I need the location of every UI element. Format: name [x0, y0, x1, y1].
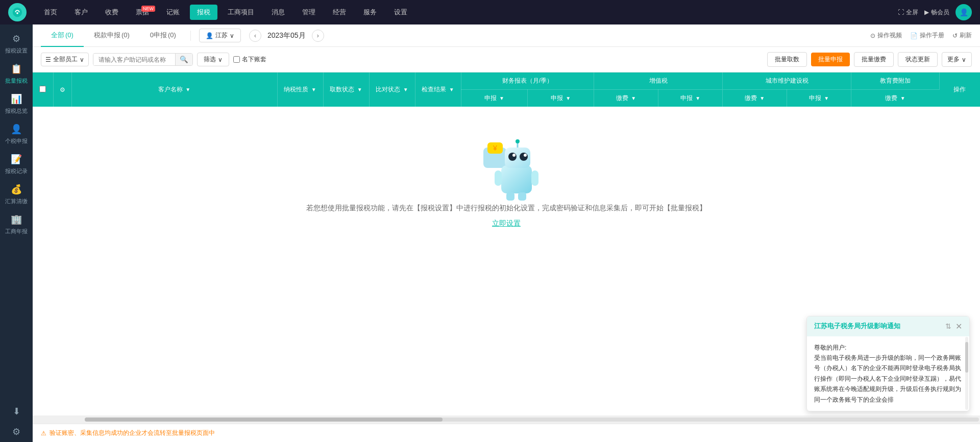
fullscreen-btn[interactable]: ⛶ 全屏 [898, 8, 918, 17]
operation-video-link[interactable]: ⊙ 操作视频 [870, 31, 902, 40]
settlement-icon: 💰 [10, 183, 22, 195]
status-update-btn[interactable]: 状态更新 [898, 52, 938, 67]
notification-header: 江苏电子税务局升级影响通知 ⇅ ✕ [807, 316, 969, 336]
batch-fetch-btn[interactable]: 批量取数 [767, 52, 807, 67]
nav-manage[interactable]: 管理 [295, 5, 323, 20]
nav-accounting[interactable]: 记账 [159, 5, 187, 20]
filter-icon[interactable]: ▼ [824, 95, 829, 101]
horizontal-scrollbar[interactable] [33, 415, 980, 424]
svg-rect-13 [495, 170, 502, 186]
notification-scroll-track[interactable] [965, 337, 968, 410]
account-checkbox[interactable] [233, 56, 240, 63]
toolbar: ☰ 全部员工 ∨ 🔍 筛选 ∨ 名下账套 批量取数 批量申报 批 [33, 47, 980, 72]
fullscreen-icon: ⛶ [898, 9, 904, 16]
nav-invoice[interactable]: 票据 NEW [129, 5, 156, 20]
personal-tax-icon: 👤 [10, 123, 22, 135]
tab-all[interactable]: 全部 (0) [41, 24, 84, 47]
prev-month-btn[interactable]: ‹ [249, 30, 261, 42]
tab-right-actions: ⊙ 操作视频 📄 操作手册 ↺ 刷新 [870, 31, 972, 40]
chevron-down-icon: ∨ [230, 32, 234, 39]
nav-operation[interactable]: 经营 [326, 5, 353, 20]
filter-icon[interactable]: ▼ [357, 87, 362, 92]
batch-pay-btn[interactable]: 批量缴费 [854, 52, 894, 67]
filter-icon[interactable]: ▼ [695, 95, 700, 101]
app-logo[interactable] [8, 3, 27, 21]
filter-icon[interactable]: ▼ [449, 87, 454, 92]
search-input[interactable] [93, 54, 175, 65]
search-box: 🔍 [93, 53, 193, 66]
tax-overview-icon: 📊 [10, 93, 22, 105]
tab-zero-declaration[interactable]: 0申报 (0) [140, 24, 186, 47]
th-vat-declare: 申报 ▼ [527, 90, 594, 107]
svg-point-8 [520, 153, 528, 161]
next-month-btn[interactable]: › [312, 30, 324, 42]
list-icon: ☰ [45, 56, 51, 63]
filter-icon[interactable]: ▼ [631, 95, 636, 101]
account-checkbox-label[interactable]: 名下账套 [233, 55, 266, 64]
sidebar-item-annual-report[interactable]: 🏢 工商年报 [1, 209, 32, 239]
more-btn[interactable]: 更多 ∨ [942, 52, 972, 67]
svg-point-10 [524, 154, 527, 157]
filter-icon[interactable]: ▼ [499, 95, 504, 101]
employee-selector[interactable]: ☰ 全部员工 ∨ [41, 53, 89, 66]
region-selector[interactable]: 👤 江苏 ∨ [199, 29, 241, 42]
sidebar-item-tax-settings[interactable]: ⚙ 报税设置 [1, 29, 32, 59]
th-vat-pay: 缴费 ▼ [594, 90, 658, 107]
filter-icon[interactable]: ▼ [185, 87, 190, 92]
nav-home[interactable]: 首页 [37, 5, 64, 20]
setup-link[interactable]: 立即设置 [492, 219, 521, 228]
settings-icon[interactable]: ⚙ [60, 86, 65, 93]
notification-close-btn[interactable]: ✕ [955, 322, 962, 331]
search-button[interactable]: 🔍 [175, 54, 192, 65]
sidebar-item-tax-records[interactable]: 📝 报税记录 [1, 149, 32, 179]
th-city-pay: 缴费 ▼ [723, 90, 787, 107]
nav-settings[interactable]: 设置 [387, 5, 414, 20]
sidebar-item-settlement[interactable]: 💰 汇算清缴 [1, 179, 32, 209]
notification-content: 受当前电子税务局进一步升级的影响，同一个政务网账号（办税人）名下的企业不能再同时… [814, 353, 962, 405]
sidebar-item-download[interactable]: ⬇ [1, 401, 32, 422]
notification-greeting: 尊敬的用户: [814, 342, 962, 353]
sidebar-item-tax-overview[interactable]: 📊 报税总览 [1, 89, 32, 119]
nav-service[interactable]: 服务 [356, 5, 384, 20]
th-check-result: 检查结果 ▼ [415, 72, 461, 107]
scroll-track[interactable] [85, 418, 979, 422]
svg-rect-14 [531, 170, 538, 186]
svg-rect-15 [506, 192, 514, 201]
operation-manual-link[interactable]: 📄 操作手册 [910, 31, 944, 40]
nav-customer[interactable]: 客户 [67, 5, 95, 20]
filter-icon[interactable]: ▼ [760, 95, 765, 101]
nav-tax[interactable]: 报税 [190, 5, 217, 20]
vip-icon: ▶ [924, 9, 929, 16]
download-icon: ⬇ [10, 405, 22, 418]
th-city-declare: 申报 ▼ [658, 90, 723, 107]
notification-scroll-thumb[interactable] [965, 342, 968, 373]
svg-point-12 [516, 139, 520, 143]
bottom-bar-text: 验证账密、采集信息均成功的企业才会流转至批量报税页面中 [50, 429, 215, 437]
sidebar-item-batch-tax[interactable]: 📋 批量报税 [1, 59, 32, 89]
th-financial-group: 财务报表（月/季） [461, 72, 594, 90]
vip-btn[interactable]: ▶ 畅会员 [924, 8, 949, 17]
scroll-thumb[interactable] [85, 418, 443, 422]
batch-declare-btn[interactable]: 批量申报 [811, 53, 850, 66]
nav-message[interactable]: 消息 [264, 5, 292, 20]
nav-business[interactable]: 工商项目 [220, 5, 261, 20]
filter-icon[interactable]: ▼ [311, 87, 316, 92]
toolbar-right-actions: 批量取数 批量申报 批量缴费 状态更新 更多 ∨ [767, 52, 972, 67]
filter-icon[interactable]: ▼ [900, 95, 905, 101]
select-all-checkbox[interactable] [39, 86, 46, 92]
filter-icon[interactable]: ▼ [566, 95, 571, 101]
filter-icon[interactable]: ▼ [403, 87, 408, 92]
tab-tax-declaration[interactable]: 税款申报 (0) [84, 24, 140, 47]
notification-body: 尊敬的用户: 受当前电子税务局进一步升级的影响，同一个政务网账号（办税人）名下的… [807, 336, 969, 411]
nav-billing[interactable]: 收费 [98, 5, 126, 20]
sidebar-item-bottom-settings[interactable]: ⚙ [1, 422, 32, 442]
user-avatar[interactable]: 👤 [955, 4, 972, 20]
refresh-link[interactable]: ↺ 刷新 [952, 31, 972, 40]
notification-title: 江苏电子税务局升级影响通知 [814, 322, 900, 331]
filter-button[interactable]: 筛选 ∨ [197, 53, 229, 66]
empty-state: ¥ [33, 107, 980, 259]
expand-icon[interactable]: ⇅ [945, 322, 951, 330]
sidebar-item-personal-tax[interactable]: 👤 个税申报 [1, 119, 32, 149]
th-checkbox[interactable] [33, 72, 53, 107]
th-operations: 操作 [939, 72, 980, 107]
